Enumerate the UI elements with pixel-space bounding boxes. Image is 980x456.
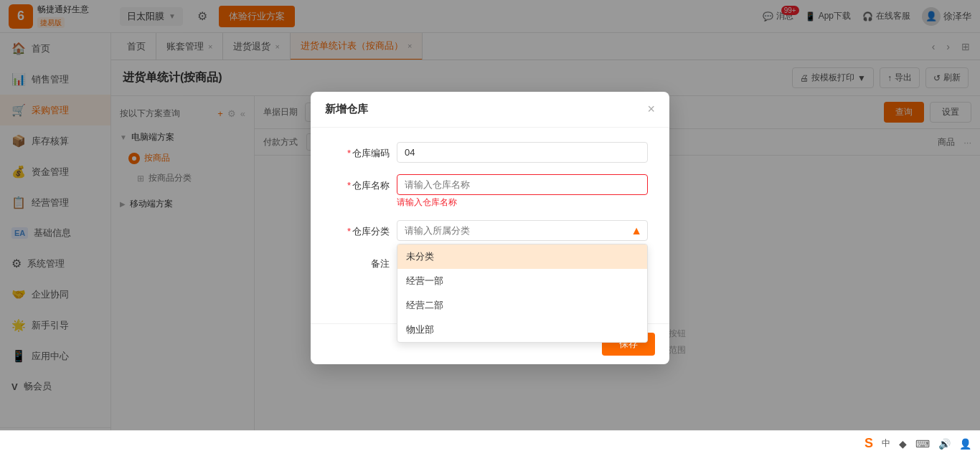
form-row-code: 仓库编码 bbox=[332, 142, 648, 163]
bottom-keyboard-icon[interactable]: ⌨ bbox=[915, 438, 930, 450]
dropdown-item-property[interactable]: 物业部 bbox=[397, 318, 647, 342]
name-field: 请输入仓库名称 bbox=[397, 174, 648, 209]
code-input[interactable] bbox=[397, 142, 648, 163]
code-field bbox=[397, 142, 648, 163]
dropdown-item-dept1[interactable]: 经营一部 bbox=[397, 269, 647, 293]
form-row-category: 仓库分类 ▲ 未分类 经营一部 经营二部 物业部 bbox=[332, 220, 648, 241]
dropdown-item-dept2[interactable]: 经营二部 bbox=[397, 293, 647, 318]
category-field: ▲ 未分类 经营一部 经营二部 物业部 bbox=[397, 220, 648, 241]
name-error-msg: 请输入仓库名称 bbox=[397, 196, 648, 209]
category-input[interactable] bbox=[397, 220, 648, 241]
bottom-zh-icon[interactable]: 中 bbox=[882, 437, 890, 450]
bottom-dot-icon[interactable]: ◆ bbox=[899, 438, 907, 450]
code-label: 仓库编码 bbox=[332, 142, 390, 160]
category-dropdown: 未分类 经营一部 经营二部 物业部 bbox=[397, 244, 648, 343]
form-row-name: 仓库名称 请输入仓库名称 bbox=[332, 174, 648, 209]
modal-header: 新增仓库 × bbox=[311, 92, 669, 128]
add-warehouse-modal: 新增仓库 × 仓库编码 仓库名称 请输入仓库名称 仓库分类 bbox=[311, 92, 669, 364]
note-label: 备注 bbox=[332, 252, 390, 270]
category-label: 仓库分类 bbox=[332, 220, 390, 238]
bottom-speaker-icon[interactable]: 🔊 bbox=[938, 438, 951, 450]
category-arrow-icon[interactable]: ▲ bbox=[631, 224, 642, 237]
name-label: 仓库名称 bbox=[332, 174, 390, 192]
bottom-user-icon[interactable]: 👤 bbox=[959, 438, 971, 450]
modal-close-button[interactable]: × bbox=[647, 102, 655, 117]
modal-title: 新增仓库 bbox=[325, 103, 368, 116]
modal-overlay[interactable]: 新增仓库 × 仓库编码 仓库名称 请输入仓库名称 仓库分类 bbox=[0, 0, 980, 456]
bottom-s-icon[interactable]: S bbox=[864, 436, 873, 451]
name-input[interactable] bbox=[397, 174, 648, 195]
modal-body: 仓库编码 仓库名称 请输入仓库名称 仓库分类 ▲ bbox=[311, 128, 669, 323]
dropdown-item-unclassified[interactable]: 未分类 bbox=[397, 244, 647, 269]
bottom-bar: S 中 ◆ ⌨ 🔊 👤 bbox=[0, 430, 980, 456]
